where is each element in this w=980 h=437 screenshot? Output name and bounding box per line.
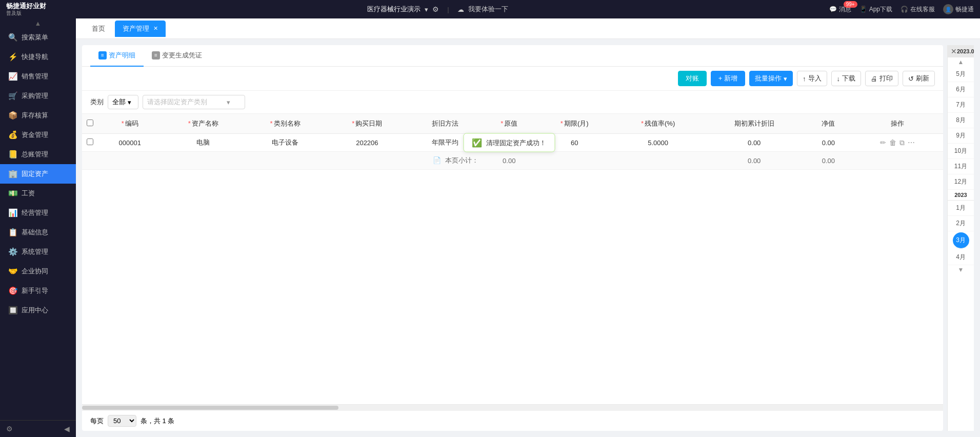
- cal-month-feb[interactable]: 2月: [948, 216, 974, 231]
- sidebar-item-fixed-assets[interactable]: 🏢 固定资产: [0, 164, 76, 184]
- calendar-nav-up[interactable]: ▲: [948, 57, 974, 67]
- subtotal-net: 0.00: [806, 152, 851, 170]
- refresh-button[interactable]: ↺ 刷新: [903, 71, 935, 86]
- user-item[interactable]: 👤 畅捷通: [943, 4, 974, 14]
- app-center-icon: 🔲: [8, 306, 17, 315]
- per-page-label: 每页: [90, 416, 104, 426]
- scroll-thumb[interactable]: [82, 406, 338, 410]
- horizontal-scrollbar[interactable]: [82, 404, 943, 410]
- sidebar-item-ledger[interactable]: 📒 总账管理: [0, 145, 76, 164]
- download-icon: ↓: [837, 75, 841, 83]
- purchase-icon: 🛒: [8, 91, 17, 101]
- import-button[interactable]: ↑ 导入: [797, 71, 827, 86]
- cal-month-jun-prev[interactable]: 6月: [948, 82, 974, 97]
- tab-close-icon[interactable]: ✕: [153, 25, 158, 32]
- cal-month-nov-prev[interactable]: 11月: [948, 159, 974, 174]
- tab-asset-mgmt[interactable]: 资产管理 ✕: [115, 21, 166, 37]
- system-icon: ⚙️: [8, 247, 17, 256]
- cal-month-mar[interactable]: 3月: [953, 232, 969, 249]
- header-actions: 操作: [851, 114, 943, 134]
- avatar-icon: 👤: [943, 4, 953, 14]
- cell-code: 000001: [97, 134, 162, 152]
- batch-ops-button[interactable]: 批量操作 ▾: [749, 71, 793, 86]
- cal-year-2023-label: 2023: [948, 190, 974, 201]
- sidebar-item-quick-nav[interactable]: ⚡ 快捷导航: [0, 47, 76, 67]
- guide-icon: 🎯: [8, 286, 17, 295]
- sidebar-item-basic-info[interactable]: 📋 基础信息: [0, 223, 76, 242]
- quick-nav-icon: ⚡: [8, 52, 17, 62]
- enterprise-icon: 🤝: [8, 267, 17, 276]
- row-checkbox[interactable]: [87, 138, 93, 145]
- online-service-item[interactable]: 🎧 在线客服: [901, 5, 935, 14]
- tab-home[interactable]: 首页: [84, 21, 113, 37]
- action-icons: ✏ 🗑 ⧉ ⋯: [855, 138, 939, 147]
- cal-month-dec-prev[interactable]: 12月: [948, 174, 974, 190]
- message-item[interactable]: 💬 消息 99+: [829, 5, 851, 14]
- settings-icon[interactable]: ⚙: [432, 5, 439, 13]
- cal-month-aug-prev[interactable]: 8月: [948, 113, 974, 128]
- online-service-label: 在线客服: [910, 5, 935, 14]
- sidebar-item-app-center[interactable]: 🔲 应用中心: [0, 301, 76, 320]
- cal-month-may-prev[interactable]: 5月: [948, 67, 974, 82]
- cal-month-sep-prev[interactable]: 9月: [948, 128, 974, 144]
- sidebar-scroll-up[interactable]: ▲: [0, 18, 76, 28]
- filter-dropdown-icon: ▾: [227, 98, 230, 106]
- sidebar-item-inventory[interactable]: 📦 库存核算: [0, 106, 76, 125]
- delete-icon[interactable]: 🗑: [889, 138, 896, 147]
- experience-separator: |: [447, 6, 449, 13]
- user-name: 畅捷通: [955, 5, 974, 14]
- calendar-close-button[interactable]: ✕: [951, 47, 957, 55]
- subtotal-initial: 0.00: [703, 152, 806, 170]
- calendar-nav-down[interactable]: ▼: [948, 265, 974, 274]
- cell-original-value: ✅ 清理固定资产成功！: [483, 134, 536, 152]
- experience-label[interactable]: 我要体验一下: [468, 5, 508, 14]
- chevron-down-icon[interactable]: ▾: [425, 6, 428, 13]
- cal-month-jan[interactable]: 1月: [948, 201, 974, 216]
- download-button[interactable]: ↓ 下载: [831, 71, 862, 86]
- header-period-months: *期限(月): [536, 114, 613, 134]
- sub-tab-change-voucher[interactable]: ≡ 变更生成凭证: [144, 45, 210, 67]
- category-select[interactable]: 全部 ▾: [108, 95, 138, 109]
- settings-bottom-icon[interactable]: ⚙: [6, 425, 13, 433]
- filter-bar: 类别 全部 ▾ 请选择固定资产类别 ▾: [82, 91, 943, 114]
- print-icon: 🖨: [871, 75, 877, 83]
- new-button[interactable]: + 新增: [711, 71, 745, 86]
- header-net-value: 净值: [806, 114, 851, 134]
- select-all-checkbox[interactable]: [87, 120, 93, 126]
- mobile-icon: 📱: [859, 6, 867, 13]
- sidebar-item-capital[interactable]: 💰 资金管理: [0, 125, 76, 145]
- row-checkbox-cell: [82, 134, 97, 152]
- sidebar-item-enterprise[interactable]: 🤝 企业协同: [0, 262, 76, 281]
- total-label: 条，共 1 条: [141, 416, 174, 426]
- sidebar-item-search[interactable]: 🔍 搜索菜单: [0, 28, 76, 47]
- tab-bar: 首页 资产管理 ✕: [76, 18, 980, 39]
- sub-tab-asset-list[interactable]: ≡ 资产明细: [90, 45, 144, 67]
- success-toast: ✅ 清理固定资产成功！: [463, 133, 555, 152]
- app-download-item[interactable]: 📱 App下载: [859, 5, 892, 14]
- sidebar-item-purchase[interactable]: 🛒 采购管理: [0, 86, 76, 106]
- sidebar-item-operations[interactable]: 📊 经营管理: [0, 203, 76, 223]
- refresh-icon: ↺: [908, 75, 914, 83]
- more-icon[interactable]: ⋯: [908, 138, 915, 147]
- per-page-select[interactable]: 50 10 20 100: [108, 415, 136, 427]
- copy-icon[interactable]: ⧉: [899, 138, 905, 147]
- print-button[interactable]: 🖨 打印: [865, 71, 898, 86]
- sales-icon: 📈: [8, 72, 17, 81]
- asset-list-tab-icon: ≡: [98, 51, 107, 59]
- edit-icon[interactable]: ✏: [880, 138, 886, 147]
- cal-month-apr[interactable]: 4月: [948, 250, 974, 265]
- import-icon: ↑: [803, 75, 806, 83]
- category-search-input[interactable]: 请选择固定资产类别 ▾: [143, 95, 245, 109]
- sidebar-item-payroll[interactable]: 💵 工资: [0, 184, 76, 203]
- cell-actions: ✏ 🗑 ⧉ ⋯: [851, 134, 943, 152]
- sub-tabs: ≡ 资产明细 ≡ 变更生成凭证: [82, 45, 943, 67]
- sidebar-item-system[interactable]: ⚙️ 系统管理: [0, 242, 76, 262]
- sidebar-item-sales[interactable]: 📈 销售管理: [0, 67, 76, 86]
- calendar-header: ✕ 2023.03 ⤢: [948, 45, 974, 57]
- collapse-icon[interactable]: ◀: [64, 425, 70, 433]
- cal-month-oct-prev[interactable]: 10月: [948, 144, 974, 159]
- reconcile-button[interactable]: 对账: [678, 71, 707, 86]
- sidebar-item-guide[interactable]: 🎯 新手引导: [0, 281, 76, 301]
- cal-month-jul-prev[interactable]: 7月: [948, 97, 974, 113]
- calendar-panel: ✕ 2023.03 ⤢ ▲ 5月 6月 7月 8月 9月 10月 11月 12月…: [947, 45, 974, 431]
